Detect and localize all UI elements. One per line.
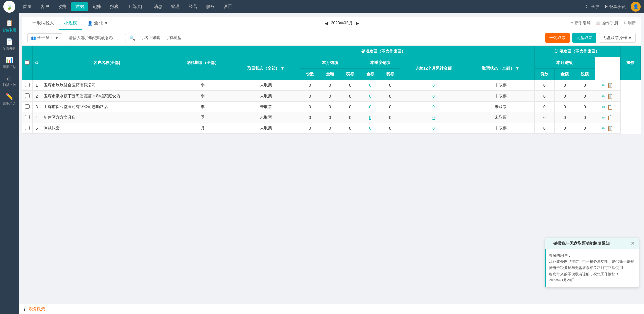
col-jin-month-amount-header: 金额 [554, 69, 575, 80]
col-xiao-quarter-amount-header: 金额 [360, 69, 380, 80]
col-jin-status-header[interactable]: 取票状态（全部） ▼ [467, 57, 534, 80]
sidebar-item-summary[interactable]: 📊 票据汇总 [0, 54, 19, 72]
edit-icon[interactable]: ✏ [602, 126, 606, 131]
row-checkbox-cell[interactable] [22, 112, 33, 123]
refresh-btn[interactable]: ↻ 刷新 [623, 20, 636, 26]
row-xiao-quarter-tax: 0 [380, 102, 400, 112]
nav-fee[interactable]: 收费 [54, 2, 70, 11]
col-12month-header: 连续12个月累计金额 [400, 57, 467, 80]
detail-icon[interactable]: 📋 [607, 126, 613, 131]
nav-accounting[interactable]: 记账 [89, 2, 105, 11]
row-checkbox-cell[interactable] [22, 123, 33, 134]
detail-icon[interactable]: 📋 [607, 104, 613, 110]
sidebar-item-invoice[interactable]: 📄 发票开具 [0, 35, 19, 54]
app-logo: 🍃 [3, 1, 15, 13]
row-xiao-month-shares: 0 [300, 112, 320, 123]
checkbox-tax-disk[interactable]: 有税盘 [164, 35, 181, 41]
row-xiao-quarter-tax: 0 [380, 112, 400, 123]
more-ops-btn[interactable]: 无盘取票操作 ▼ [599, 33, 636, 43]
row-period: 季 [173, 102, 232, 112]
row-xiao-month-amount: 0 [320, 123, 340, 134]
bottom-bar: ℹ 税务政策 [19, 304, 644, 314]
filter-icon: ▼ [281, 66, 285, 71]
avatar[interactable]: 👤 [631, 2, 641, 12]
search-input[interactable] [66, 34, 126, 42]
row-num: 1 [33, 80, 41, 91]
sidebar-item-scan[interactable]: 🖨 扫描上传 [0, 72, 19, 90]
row-checkbox[interactable] [25, 115, 30, 119]
edit-icon[interactable]: ✏ [602, 104, 606, 110]
row-checkbox-cell[interactable] [22, 91, 33, 102]
search-button[interactable]: 🔍 [129, 35, 135, 41]
sidebar-item-entry[interactable]: ✏️ 票据录入 [0, 90, 19, 109]
notification-header: 一键报税与无盘取票功能恢复通知 ✕ [545, 238, 639, 249]
nav-customer[interactable]: 客户 [36, 2, 53, 11]
nav-service[interactable]: 服务 [202, 2, 219, 11]
employee-filter-btn[interactable]: 👥 全部员工 ▼ [27, 33, 62, 42]
sub-account-checkbox[interactable] [139, 36, 143, 40]
detail-icon[interactable]: 📋 [607, 83, 613, 88]
select-all-checkbox[interactable] [25, 60, 30, 65]
row-xiao-month-shares: 0 [300, 123, 320, 134]
tax-policy-link[interactable]: 税务政策 [29, 306, 45, 312]
fullscreen-btn[interactable]: ⛶ 全屏 [586, 4, 599, 10]
nav-business[interactable]: 工商项目 [123, 2, 149, 11]
tax-disk-checkbox[interactable] [164, 36, 168, 40]
summary-icon: 📊 [6, 56, 13, 64]
notification-close-btn[interactable]: ✕ [631, 241, 635, 246]
detail-icon[interactable]: 📋 [607, 93, 613, 99]
row-checkbox[interactable] [25, 83, 30, 87]
tab-small-scale[interactable]: 小规模 [59, 17, 82, 30]
tab-general[interactable]: 一般纳税人 [27, 17, 59, 30]
chevron-down-icon: ▼ [104, 21, 108, 26]
manual-btn[interactable]: 📖 操作手册 [596, 20, 618, 26]
row-checkbox[interactable] [25, 126, 30, 130]
nav-settings[interactable]: 设置 [219, 2, 236, 11]
sidebar-item-label: 扫描上传 [3, 83, 16, 87]
nav-ticket[interactable]: 票据 [71, 2, 88, 11]
edit-icon[interactable]: ✏ [602, 115, 606, 120]
sidebar-item-smart-ticket[interactable]: 📋 智能取票 [0, 17, 19, 35]
row-checkbox[interactable] [25, 104, 30, 109]
no-disk-fetch-btn[interactable]: 无盘取票 [572, 33, 596, 43]
one-key-fetch-btn[interactable]: 一键取票 [545, 33, 570, 43]
edit-icon[interactable]: ✏ [602, 83, 606, 88]
table-container: ⚙ 客户名称(全部) 纳税期限（全部） 销项发票（不含作废票） 进项发票（不含作… [22, 46, 641, 134]
table-row: 1 卫辉市玖玖健合医药有限公司 季 未取票 0 0 0 0 0 0 未取票 0 … [22, 80, 641, 91]
nav-home[interactable]: 首页 [19, 2, 36, 11]
sidebar-item-label: 票据录入 [3, 101, 16, 106]
settings-icon[interactable]: ⚙ [35, 61, 39, 65]
tab-all[interactable]: 👤 全能 ▼ [82, 17, 113, 30]
row-jin-month-tax: 0 [575, 91, 595, 102]
row-checkbox-cell[interactable] [22, 80, 33, 91]
edit-icon[interactable]: ✏ [602, 93, 606, 99]
member-btn[interactable]: ▶ 畅享会员 [604, 4, 626, 10]
nav-tax[interactable]: 报税 [106, 2, 123, 11]
row-checkbox[interactable] [25, 93, 30, 98]
info-icon: ℹ [24, 307, 25, 312]
row-jin-month-shares: 0 [534, 91, 554, 102]
checkbox-sub-account[interactable]: 名下账套 [139, 35, 160, 41]
nav-message[interactable]: 消息 [150, 2, 166, 11]
row-checkbox-cell[interactable] [22, 102, 33, 112]
nav-operation[interactable]: 经营 [184, 2, 201, 11]
col-xiao-status-header[interactable]: 取票状态（全部） ▼ [232, 57, 300, 80]
row-jin-month-tax: 0 [575, 80, 595, 91]
sidebar-item-label: 发票开具 [3, 46, 16, 51]
period-prev-btn[interactable]: ◀ [325, 21, 328, 26]
nav-manage[interactable]: 管理 [167, 2, 184, 11]
row-period: 季 [173, 80, 232, 91]
row-jin-month-amount: 0 [554, 91, 575, 102]
row-period: 季 [173, 112, 232, 123]
row-xiao-status: 未取票 [232, 102, 300, 112]
detail-icon[interactable]: 📋 [607, 115, 613, 120]
row-jin-month-tax: 0 [575, 123, 595, 134]
new-guide-btn[interactable]: ✦ 新手引导 [570, 20, 591, 26]
row-jin-month-amount: 0 [554, 123, 575, 134]
scan-icon: 🖨 [6, 75, 12, 82]
col-jin-month-tax-header: 税额 [575, 69, 595, 80]
refresh-icon: ↻ [623, 21, 627, 25]
period-next-btn[interactable]: ▶ [356, 21, 359, 26]
row-xiao-quarter-tax: 0 [380, 91, 400, 102]
notification-content: 尊敬的用户： 江苏政务网已恢访问电子税务局功能，易代账一键登陆电子税务局与无盘取… [549, 253, 634, 282]
